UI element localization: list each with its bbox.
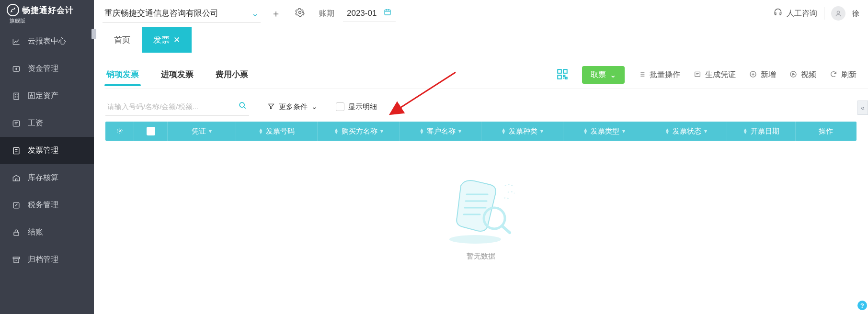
sub-tab-label: 销项发票	[106, 70, 139, 79]
invoice-icon	[11, 146, 21, 156]
company-selector[interactable]: 重庆畅捷交通信息咨询有限公司 ⌄	[103, 4, 261, 23]
invoice-sub-tabs: 销项发票 进项发票 费用小票 取票 ⌄ 批量操作 生成凭证 新增	[105, 66, 868, 89]
settings-button[interactable]	[291, 5, 308, 22]
th-invoice-type[interactable]: ▲▼发票类型▾	[563, 122, 645, 141]
batch-ops-link[interactable]: 批量操作	[638, 70, 680, 80]
refresh-icon	[830, 70, 837, 80]
empty-text: 暂无数据	[467, 252, 495, 261]
empty-state: 暂无数据	[105, 141, 857, 261]
sidebar-item-label: 资金管理	[28, 64, 58, 74]
link-label: 新增	[761, 70, 776, 80]
show-detail-checkbox[interactable]: 显示明细	[336, 102, 377, 112]
refresh-link[interactable]: 刷新	[830, 70, 857, 80]
page-tabs: 首页 发票 ✕	[94, 27, 868, 53]
svg-line-17	[391, 72, 456, 113]
checkbox-label: 显示明细	[348, 102, 377, 112]
sidebar-item-report-center[interactable]: 云报表中心	[0, 28, 94, 55]
filter-icon: ▾	[380, 128, 383, 135]
th-settings[interactable]	[105, 122, 134, 141]
th-invoice-status[interactable]: ▲▼发票状态▾	[645, 122, 727, 141]
invoice-table: 凭证▾ ▲▼发票号码 ▲▼购买方名称▾ ▲▼客户名称▾ ▲▼发票种类▾ ▲▼发票…	[105, 122, 857, 261]
svg-rect-8	[385, 10, 390, 15]
link-label: 刷新	[841, 70, 857, 80]
button-label: 取票	[591, 70, 606, 80]
money-icon	[11, 64, 21, 74]
help-bubble[interactable]: ?	[857, 301, 867, 310]
list-icon	[638, 70, 646, 80]
gen-voucher-link[interactable]: 生成凭证	[694, 70, 736, 80]
svg-rect-12	[558, 75, 561, 79]
th-issue-date[interactable]: ▲▼开票日期	[727, 122, 796, 141]
link-label: 生成凭证	[705, 70, 736, 80]
sub-tab-label: 进项发票	[161, 70, 194, 79]
svg-rect-6	[13, 257, 19, 258]
calendar-icon	[383, 8, 392, 19]
tab-label: 首页	[114, 34, 130, 45]
th-label: 开票日期	[751, 127, 779, 136]
search-icon[interactable]	[238, 101, 247, 112]
lock-icon	[11, 228, 21, 237]
sort-icon: ▲▼	[334, 128, 339, 134]
sub-tab-output-invoice[interactable]: 销项发票	[105, 69, 140, 86]
svg-rect-3	[13, 147, 19, 154]
fetch-invoice-button[interactable]: 取票 ⌄	[582, 66, 625, 84]
th-customer[interactable]: ▲▼客户名称▾	[400, 122, 481, 141]
sort-icon: ▲▼	[501, 128, 506, 134]
th-label: 操作	[819, 127, 833, 136]
qr-icon[interactable]	[556, 68, 569, 82]
add-link[interactable]: 新增	[749, 70, 776, 80]
sidebar-item-archive[interactable]: 归档管理	[0, 246, 94, 273]
close-icon[interactable]: ✕	[173, 35, 180, 45]
tab-home[interactable]: 首页	[103, 27, 142, 53]
th-label: 发票号码	[266, 127, 295, 136]
sidebar-item-salary[interactable]: 工资	[0, 110, 94, 137]
tab-invoice[interactable]: 发票 ✕	[142, 27, 192, 53]
search-box	[105, 98, 249, 116]
sidebar-item-label: 发票管理	[28, 146, 58, 156]
sidebar-item-invoice[interactable]: 发票管理	[0, 137, 94, 164]
topbar: 重庆畅捷交通信息咨询有限公司 ⌄ ＋ 账期 2023-01 人工咨询 徐	[94, 0, 868, 27]
chevron-left-icon: «	[861, 104, 865, 112]
voucher-icon	[694, 70, 701, 80]
annotation-arrow	[395, 101, 453, 112]
filter-icon: ▾	[540, 128, 543, 135]
sidebar-item-tax[interactable]: 税务管理	[0, 191, 94, 219]
brand-block: 畅捷通好会计 旗舰版	[0, 0, 94, 28]
brand-edition: 旗舰版	[7, 17, 94, 24]
sidebar-item-label: 工资	[28, 118, 43, 128]
th-buyer[interactable]: ▲▼购买方名称▾	[318, 122, 400, 141]
th-invoice-no[interactable]: ▲▼发票号码	[236, 122, 318, 141]
sidebar-item-funds[interactable]: 资金管理	[0, 55, 94, 82]
support-link[interactable]: 人工咨询	[773, 8, 817, 19]
right-drawer-toggle[interactable]: «	[857, 101, 868, 115]
add-button[interactable]: ＋	[267, 5, 285, 22]
user-avatar[interactable]	[831, 6, 845, 21]
search-input[interactable]	[107, 102, 238, 111]
more-filters-label: 更多条件	[279, 102, 308, 112]
sub-tab-expense-ticket[interactable]: 费用小票	[215, 69, 249, 86]
video-link[interactable]: 视频	[789, 70, 816, 80]
plus-circle-icon	[749, 70, 757, 80]
sidebar-item-inventory[interactable]: 库存核算	[0, 164, 94, 191]
chevron-down-icon: ⌄	[251, 8, 259, 19]
checkbox-icon	[147, 127, 155, 135]
sub-tab-input-invoice[interactable]: 进项发票	[160, 69, 194, 86]
period-picker[interactable]: 2023-01	[343, 5, 396, 22]
filter-icon: ▾	[458, 128, 461, 135]
th-voucher[interactable]: 凭证▾	[168, 122, 236, 141]
th-select-all[interactable]	[134, 122, 168, 141]
svg-rect-1	[14, 93, 19, 99]
svg-rect-13	[695, 72, 700, 76]
svg-point-7	[299, 11, 301, 13]
sort-icon: ▲▼	[419, 128, 424, 134]
checkbox-icon	[336, 102, 344, 111]
sidebar-item-fixed-assets[interactable]: 固定资产	[0, 82, 94, 110]
more-filters-button[interactable]: 更多条件 ⌄	[267, 102, 318, 112]
svg-rect-11	[563, 69, 567, 73]
sidebar-item-closing[interactable]: 结账	[0, 219, 94, 246]
headset-icon	[773, 8, 783, 19]
sort-icon: ▲▼	[583, 128, 588, 134]
sidebar-item-label: 税务管理	[28, 200, 58, 210]
sidebar-item-label: 云报表中心	[28, 36, 66, 46]
th-invoice-kind[interactable]: ▲▼发票种类▾	[481, 122, 563, 141]
